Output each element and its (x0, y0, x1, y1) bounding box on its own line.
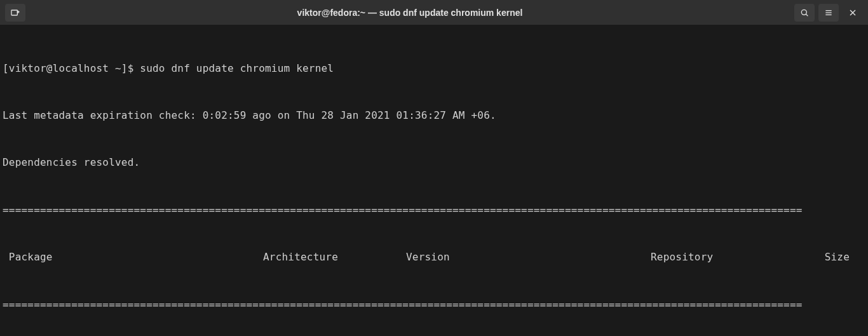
header-size: Size (800, 250, 865, 265)
command-text: sudo dnf update chromium kernel (140, 62, 334, 74)
header-architecture: Architecture (263, 250, 406, 265)
close-button[interactable] (843, 4, 863, 22)
menu-button[interactable] (818, 4, 839, 22)
svg-point-3 (801, 10, 806, 15)
header-version: Version (406, 250, 651, 265)
search-icon (799, 8, 810, 18)
terminal-body[interactable]: [viktor@localhost ~]$ sudo dnf update ch… (0, 25, 868, 336)
table-header: Package Architecture Version Repository … (3, 250, 865, 265)
close-icon (848, 8, 858, 18)
new-tab-button[interactable] (5, 4, 25, 22)
search-button[interactable] (794, 4, 815, 22)
hamburger-icon (824, 8, 834, 18)
shell-prompt: [viktor@localhost ~]$ (3, 62, 140, 74)
window-title: viktor@fedora:~ — sudo dnf update chromi… (25, 8, 794, 18)
tab-plus-icon (10, 8, 20, 18)
separator-mid: ========================================… (3, 297, 865, 313)
header-package: Package (3, 250, 263, 265)
header-repository: Repository (651, 250, 800, 265)
prompt-line: [viktor@localhost ~]$ sudo dnf update ch… (3, 61, 865, 77)
svg-rect-0 (11, 10, 17, 15)
deps-line: Dependencies resolved. (3, 155, 865, 171)
separator-top: ========================================… (3, 203, 865, 218)
svg-line-4 (806, 14, 808, 16)
metadata-line: Last metadata expiration check: 0:02:59 … (3, 108, 865, 124)
titlebar: viktor@fedora:~ — sudo dnf update chromi… (0, 0, 868, 25)
